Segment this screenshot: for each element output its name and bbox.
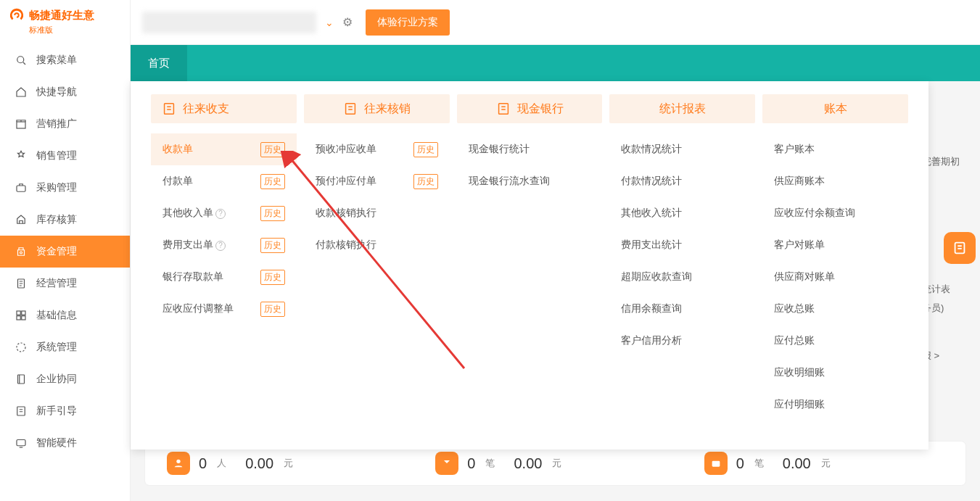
column-header-icon bbox=[161, 101, 177, 117]
svg-point-19 bbox=[717, 463, 718, 465]
history-badge[interactable]: 历史 bbox=[260, 142, 285, 157]
column-header: 往来核销 bbox=[304, 94, 450, 123]
menu-item-label: 付款单 bbox=[162, 175, 193, 188]
tab-home[interactable]: 首页 bbox=[131, 45, 187, 81]
history-badge[interactable]: 历史 bbox=[260, 174, 285, 189]
gear-icon[interactable]: ⚙ bbox=[342, 15, 353, 29]
menu-item-label: 应收应付余额查询 bbox=[774, 207, 855, 220]
nav-label: 企业协同 bbox=[36, 373, 77, 386]
menu-item[interactable]: 付款情况统计 bbox=[609, 165, 755, 197]
menu-item[interactable]: 供应商账本 bbox=[762, 165, 908, 197]
nav-label: 快捷导航 bbox=[36, 86, 77, 99]
sidebar-item-7[interactable]: 经营管理 bbox=[0, 268, 130, 299]
history-badge[interactable]: 历史 bbox=[413, 142, 438, 157]
menu-item-label: 应付总账 bbox=[774, 334, 815, 347]
experience-plan-button[interactable]: 体验行业方案 bbox=[366, 9, 450, 36]
menu-item[interactable]: 客户信用分析 bbox=[609, 325, 755, 357]
menu-item[interactable]: 应付总账 bbox=[762, 325, 908, 357]
nav-list: 搜索菜单快捷导航营销推广销售管理采购管理库存核算资金管理经营管理基础信息系统管理… bbox=[0, 44, 130, 459]
sidebar-item-5[interactable]: 库存核算 bbox=[0, 204, 130, 236]
column-title: 账本 bbox=[824, 102, 847, 117]
nav-label: 经营管理 bbox=[36, 277, 77, 290]
menu-item[interactable]: 预付冲应付单历史 bbox=[304, 165, 450, 197]
stat-unit: 笔 bbox=[485, 457, 495, 470]
menu-item[interactable]: 应收明细账 bbox=[762, 357, 908, 389]
menu-item[interactable]: 客户对账单 bbox=[762, 229, 908, 261]
menu-item[interactable]: 费用支出单?历史 bbox=[151, 229, 297, 261]
menu-item[interactable]: 其他收入单?历史 bbox=[151, 197, 297, 229]
column-header: 统计报表 bbox=[609, 94, 755, 123]
menu-item[interactable]: 超期应收款查询 bbox=[609, 261, 755, 293]
svg-rect-13 bbox=[165, 104, 174, 115]
sidebar-item-12[interactable]: 智能硬件 bbox=[0, 427, 130, 459]
svg-rect-5 bbox=[17, 311, 20, 315]
history-badge[interactable]: 历史 bbox=[260, 302, 285, 317]
svg-rect-12 bbox=[17, 440, 25, 446]
menu-item-label: 供应商账本 bbox=[774, 175, 825, 188]
menu-item[interactable]: 收款核销执行 bbox=[304, 197, 450, 229]
menu-item[interactable]: 现金银行统计 bbox=[457, 133, 603, 165]
svg-rect-1 bbox=[17, 122, 25, 128]
history-badge[interactable]: 历史 bbox=[260, 206, 285, 221]
sidebar-item-8[interactable]: 基础信息 bbox=[0, 299, 130, 331]
menu-item-label: 信用余额查询 bbox=[621, 302, 682, 315]
nav-icon bbox=[15, 405, 28, 418]
menu-item-label: 费用支出单? bbox=[162, 239, 226, 252]
nav-icon bbox=[15, 213, 28, 226]
menu-item[interactable]: 预收冲应收单历史 bbox=[304, 133, 450, 165]
menu-item-label: 银行存取款单 bbox=[162, 270, 223, 283]
svg-point-0 bbox=[17, 57, 24, 63]
menu-item[interactable]: 银行存取款单历史 bbox=[151, 261, 297, 293]
menu-item[interactable]: 收款单历史 bbox=[151, 133, 297, 165]
chevron-down-icon[interactable]: ⌄ bbox=[325, 17, 334, 28]
history-badge[interactable]: 历史 bbox=[260, 238, 285, 253]
sidebar-item-4[interactable]: 采购管理 bbox=[0, 172, 130, 204]
column-header-icon bbox=[495, 101, 511, 117]
menu-item[interactable]: 信用余额查询 bbox=[609, 293, 755, 325]
menu-item[interactable]: 其他收入统计 bbox=[609, 197, 755, 229]
menu-item[interactable]: 现金银行流水查询 bbox=[457, 165, 603, 197]
sidebar-item-0[interactable]: 搜索菜单 bbox=[0, 44, 130, 76]
sidebar-item-1[interactable]: 快捷导航 bbox=[0, 76, 130, 108]
sidebar-item-9[interactable]: 系统管理 bbox=[0, 331, 130, 363]
hint-text: 统计表 bbox=[922, 280, 980, 299]
sidebar-item-3[interactable]: 销售管理 bbox=[0, 140, 130, 172]
menu-item[interactable]: 客户账本 bbox=[762, 133, 908, 165]
menu-item[interactable]: 应付明细账 bbox=[762, 389, 908, 421]
menu-item[interactable]: 应收总账 bbox=[762, 293, 908, 325]
stat-currency: 元 bbox=[284, 457, 293, 470]
funds-mega-menu: 往来收支收款单历史付款单历史其他收入单?历史费用支出单?历史银行存取款单历史应收… bbox=[131, 81, 928, 450]
svg-rect-10 bbox=[18, 375, 25, 384]
help-icon[interactable]: ? bbox=[215, 241, 226, 251]
floating-action-icon[interactable] bbox=[944, 232, 976, 264]
menu-item-label: 超期应收款查询 bbox=[621, 270, 692, 283]
menu-item[interactable]: 付款核销执行 bbox=[304, 229, 450, 261]
column-header: 现金银行 bbox=[457, 94, 603, 123]
svg-rect-8 bbox=[22, 316, 25, 320]
svg-rect-14 bbox=[346, 104, 355, 115]
menu-item-label: 其他收入单? bbox=[162, 207, 226, 220]
menu-item[interactable]: 应收应付调整单历史 bbox=[151, 293, 297, 325]
menu-item[interactable]: 付款单历史 bbox=[151, 165, 297, 197]
help-icon[interactable]: ? bbox=[215, 209, 226, 219]
menu-item[interactable]: 费用支出统计 bbox=[609, 229, 755, 261]
history-badge[interactable]: 历史 bbox=[413, 174, 438, 189]
menu-item-label: 应收应付调整单 bbox=[162, 302, 234, 315]
sidebar: 畅捷通好生意 标准版 搜索菜单快捷导航营销推广销售管理采购管理库存核算资金管理经… bbox=[0, 0, 131, 501]
menu-item-label: 现金银行流水查询 bbox=[469, 175, 550, 188]
sidebar-item-2[interactable]: 营销推广 bbox=[0, 108, 130, 140]
nav-icon bbox=[15, 245, 28, 258]
svg-rect-11 bbox=[17, 407, 25, 415]
history-badge[interactable]: 历史 bbox=[260, 270, 285, 285]
menu-item[interactable]: 收款情况统计 bbox=[609, 133, 755, 165]
menu-item[interactable]: 应收应付余额查询 bbox=[762, 197, 908, 229]
sidebar-item-11[interactable]: 新手引导 bbox=[0, 395, 130, 427]
menu-item[interactable]: 供应商对账单 bbox=[762, 261, 908, 293]
sidebar-item-6[interactable]: 资金管理 bbox=[0, 236, 130, 268]
nav-label: 搜索菜单 bbox=[36, 54, 77, 67]
nav-icon bbox=[15, 181, 28, 194]
store-selector[interactable] bbox=[142, 12, 316, 33]
stat-2: 0笔 0.00元 bbox=[435, 452, 675, 475]
sidebar-item-10[interactable]: 企业协同 bbox=[0, 363, 130, 395]
column-header: 往来收支 bbox=[151, 94, 297, 123]
